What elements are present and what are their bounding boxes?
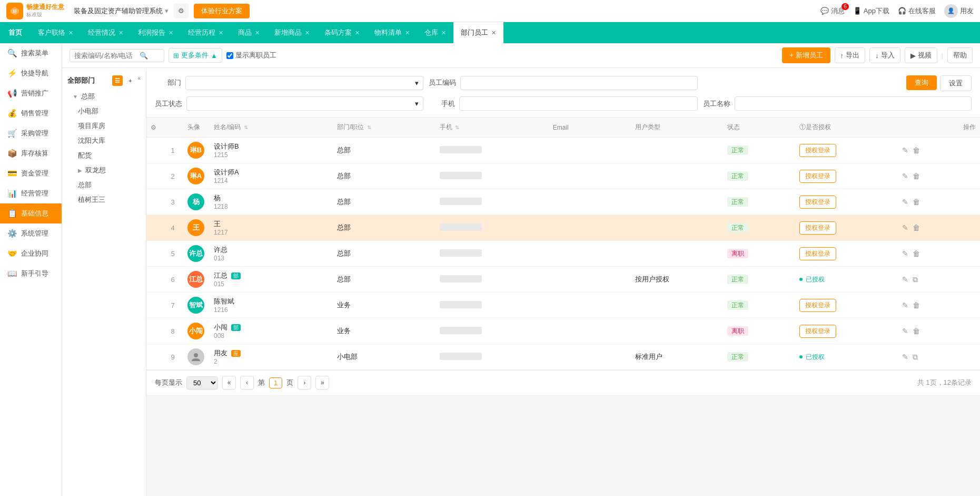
sidebar-item-collab[interactable]: 🤝 企业协同 bbox=[0, 244, 62, 264]
copy-button[interactable]: ⧉ bbox=[913, 353, 918, 362]
edit-button[interactable]: ✎ bbox=[902, 353, 908, 361]
import-button[interactable]: ↓ 导入 bbox=[869, 47, 900, 63]
sidebar-item-purchase[interactable]: 🛒 采购管理 bbox=[0, 123, 62, 143]
dept-item-head[interactable]: ▼总部 bbox=[62, 89, 146, 104]
dept-item-zongbu[interactable]: 总部 bbox=[62, 178, 146, 192]
close-icon[interactable]: ✕ bbox=[441, 30, 446, 36]
close-icon[interactable]: ✕ bbox=[491, 30, 496, 36]
dept-item-peihuo[interactable]: 配货 bbox=[62, 148, 146, 163]
dept-add-icon[interactable]: + bbox=[125, 75, 135, 86]
search-box[interactable]: 🔍 bbox=[70, 49, 164, 62]
tab-warehouse[interactable]: 仓库 ✕ bbox=[417, 22, 453, 43]
close-icon[interactable]: ✕ bbox=[219, 30, 223, 36]
phone-input[interactable] bbox=[459, 96, 697, 111]
prev-page-button[interactable]: ‹ bbox=[240, 376, 254, 390]
sidebar-item-basic-info[interactable]: 📋 基础信息 bbox=[0, 203, 62, 223]
search-button[interactable]: 查询 bbox=[906, 75, 937, 90]
show-inactive-check[interactable] bbox=[226, 52, 233, 59]
delete-button[interactable]: 🗑 bbox=[913, 327, 920, 335]
sidebar-item-inventory[interactable]: 📦 库存核算 bbox=[0, 143, 62, 163]
auth-button[interactable]: 授权登录 bbox=[799, 325, 836, 338]
close-icon[interactable]: ✕ bbox=[355, 30, 360, 36]
sidebar-item-marketing[interactable]: 📢 营销推广 bbox=[0, 83, 62, 103]
tab-bom[interactable]: 物料清单 ✕ bbox=[367, 22, 417, 43]
edit-button[interactable]: ✎ bbox=[902, 327, 908, 335]
per-page-select[interactable]: 50 100 bbox=[186, 376, 218, 390]
settings-gear-icon[interactable]: ⚙ bbox=[174, 4, 189, 18]
sidebar-item-system[interactable]: ⚙️ 系统管理 bbox=[0, 223, 62, 244]
dept-item-project[interactable]: 项目库房 bbox=[62, 119, 146, 133]
delete-button[interactable]: 🗑 bbox=[913, 301, 920, 309]
more-filter-button[interactable]: ⊞ 更多条件 ▲ bbox=[169, 48, 222, 63]
help-button[interactable]: 帮助 bbox=[947, 47, 973, 63]
current-page[interactable]: 1 bbox=[269, 377, 282, 388]
sidebar-item-nav[interactable]: ⚡ 快捷导航 bbox=[0, 63, 62, 83]
tab-profit[interactable]: 利润报告 ✕ bbox=[131, 22, 181, 43]
tab-home[interactable]: 首页 bbox=[0, 22, 31, 43]
close-icon[interactable]: ✕ bbox=[118, 30, 123, 36]
first-page-button[interactable]: « bbox=[222, 376, 236, 390]
online-service-button[interactable]: 🎧 在线客服 bbox=[898, 6, 936, 16]
edit-button[interactable]: ✎ bbox=[902, 301, 908, 309]
delete-button[interactable]: 🗑 bbox=[913, 198, 920, 206]
messages-button[interactable]: 💬 消息 6 bbox=[820, 6, 845, 16]
tab-employees[interactable]: 部门员工 ✕ bbox=[453, 22, 503, 43]
tab-business[interactable]: 经营情况 ✕ bbox=[81, 22, 131, 43]
auth-button[interactable]: 授权登录 bbox=[799, 247, 836, 260]
sidebar-item-sales[interactable]: 💰 销售管理 bbox=[0, 103, 62, 123]
close-icon[interactable]: ✕ bbox=[169, 30, 173, 36]
emp-code-input[interactable] bbox=[460, 76, 697, 90]
tab-barcode[interactable]: 条码方案 ✕ bbox=[317, 22, 367, 43]
sidebar-item-guide[interactable]: 📖 新手引导 bbox=[0, 264, 62, 284]
delete-button[interactable]: 🗑 bbox=[913, 223, 920, 232]
edit-button[interactable]: ✎ bbox=[902, 223, 908, 232]
search-input[interactable] bbox=[74, 52, 137, 60]
dept-item-zhishu[interactable]: 植树王三 bbox=[62, 192, 146, 207]
col-dept[interactable]: 部门/职位 ⇅ bbox=[333, 118, 435, 138]
edit-button[interactable]: ✎ bbox=[902, 275, 908, 284]
emp-status-select[interactable]: ▾ bbox=[186, 96, 423, 111]
edit-button[interactable]: ✎ bbox=[902, 249, 908, 258]
close-icon[interactable]: ✕ bbox=[255, 30, 260, 36]
auth-button[interactable]: 授权登录 bbox=[799, 299, 836, 312]
col-phone[interactable]: 手机 ⇅ bbox=[435, 118, 549, 138]
close-icon[interactable]: ✕ bbox=[405, 30, 410, 36]
auth-button[interactable]: 授权登录 bbox=[799, 221, 836, 235]
system-dropdown-icon[interactable]: ▾ bbox=[165, 7, 169, 15]
dept-item-xiaodian[interactable]: 小电部 bbox=[62, 104, 146, 119]
show-inactive-checkbox[interactable]: 显示离职员工 bbox=[226, 51, 276, 60]
emp-name-input[interactable] bbox=[735, 96, 972, 111]
col-name[interactable]: 姓名/编码 ⇅ bbox=[210, 118, 333, 138]
tab-goods[interactable]: 商品 ✕ bbox=[231, 22, 267, 43]
next-page-button[interactable]: › bbox=[298, 376, 311, 390]
dept-collapse-button[interactable]: « bbox=[137, 75, 141, 86]
delete-button[interactable]: 🗑 bbox=[913, 249, 920, 258]
app-download-button[interactable]: 📱 App下载 bbox=[853, 6, 889, 16]
user-menu[interactable]: 👤 用友 bbox=[944, 4, 974, 18]
setting-button[interactable]: 设置 bbox=[940, 75, 972, 91]
last-page-button[interactable]: » bbox=[315, 376, 329, 390]
close-icon[interactable]: ✕ bbox=[305, 30, 310, 36]
delete-button[interactable]: 🗑 bbox=[913, 146, 920, 154]
sidebar-item-operations[interactable]: 📊 经营管理 bbox=[0, 183, 62, 203]
add-employee-button[interactable]: + 新增员工 bbox=[782, 47, 830, 63]
dept-filter-select[interactable]: ▾ bbox=[185, 76, 423, 90]
auth-button[interactable]: 授权登录 bbox=[799, 196, 836, 209]
tab-customer[interactable]: 客户联络 ✕ bbox=[31, 22, 81, 43]
edit-button[interactable]: ✎ bbox=[902, 198, 908, 206]
dept-item-shuanglong[interactable]: ▶双龙想 bbox=[62, 163, 146, 178]
sidebar-item-search[interactable]: 🔍 搜索菜单 bbox=[0, 43, 62, 63]
tab-add-goods[interactable]: 新增商品 ✕ bbox=[267, 22, 317, 43]
auth-button[interactable]: 授权登录 bbox=[799, 144, 836, 157]
edit-button[interactable]: ✎ bbox=[902, 172, 908, 180]
copy-button[interactable]: ⧉ bbox=[913, 275, 918, 284]
sidebar-item-finance[interactable]: 💳 资金管理 bbox=[0, 163, 62, 183]
delete-button[interactable]: 🗑 bbox=[913, 172, 920, 180]
view-button[interactable]: ▶ 视频 bbox=[905, 47, 937, 63]
col-settings[interactable]: ⚙ bbox=[146, 118, 162, 138]
auth-button[interactable]: 授权登录 bbox=[799, 170, 836, 183]
trial-button[interactable]: 体验行业方案 bbox=[194, 4, 250, 18]
close-icon[interactable]: ✕ bbox=[68, 30, 73, 36]
dept-list-icon[interactable]: ☰ bbox=[112, 75, 123, 86]
dept-item-shenyang[interactable]: 沈阳大库 bbox=[62, 133, 146, 148]
